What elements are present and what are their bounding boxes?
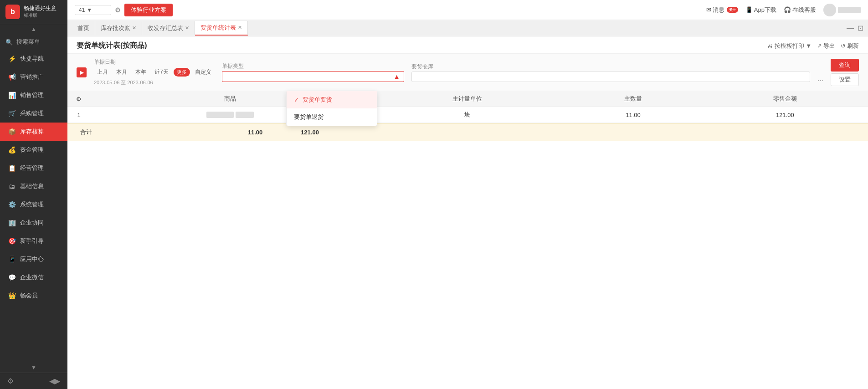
product-name-placeholder — [206, 112, 234, 118]
tab-home-label: 首页 — [77, 24, 89, 32]
tab-batch-close[interactable]: ✕ — [132, 25, 136, 31]
page-actions: 🖨 按模板打印 ▼ ↗ 导出 ↺ 刷新 — [767, 42, 859, 50]
export-btn[interactable]: ↗ 导出 — [817, 42, 835, 50]
type-input[interactable] — [226, 73, 394, 80]
sidebar-item-label: 应用中心 — [20, 255, 44, 263]
sidebar-item-operations[interactable]: 📋 经营管理 — [0, 159, 67, 177]
warehouse-label: 要货仓库 — [411, 63, 810, 71]
system-icon: ⚙️ — [7, 200, 16, 209]
sidebar-item-purchase[interactable]: 🛒 采购管理 — [0, 104, 67, 123]
tab-batch-label: 库存批次账 — [101, 24, 130, 32]
cell-quantity: 11.00 — [565, 107, 702, 123]
app-download-btn[interactable]: 📱 App下载 — [745, 6, 776, 14]
service-label: 在线客服 — [792, 6, 816, 14]
tab-batch-account[interactable]: 库存批次账 ✕ — [95, 21, 142, 35]
app-icon: 📱 — [745, 6, 753, 13]
service-btn[interactable]: 🎧 在线客服 — [784, 6, 816, 14]
sidebar-item-marketing[interactable]: 📢 营销推广 — [0, 68, 67, 86]
warehouse-input[interactable] — [416, 73, 806, 80]
total-amount: 121.00 — [282, 129, 337, 136]
sidebar-item-finance[interactable]: 💰 资金管理 — [0, 141, 67, 159]
dropdown-item-label: 要货单退货 — [294, 113, 324, 121]
dropdown-item-order-return[interactable]: 要货单退货 — [287, 108, 377, 126]
cell-amount: 121.00 — [702, 107, 868, 123]
filter-expand-btn[interactable]: ▶ — [77, 67, 87, 77]
sidebar-item-label: 采购管理 — [20, 109, 44, 118]
sidebar-item-system[interactable]: ⚙️ 系统管理 — [0, 195, 67, 214]
page-header: 要货单统计表(按商品) 🖨 按模板打印 ▼ ↗ 导出 ↺ 刷新 — [67, 36, 868, 54]
filter-date-group: 单据日期 上月 本月 本年 近7天 更多 自定义 2023-05-06 至 20… — [94, 58, 215, 86]
marketing-icon: 📢 — [7, 72, 16, 82]
sidebar-item-app-center[interactable]: 📱 应用中心 — [0, 250, 67, 268]
export-icon: ↗ — [817, 42, 822, 49]
total-label: 合计 — [73, 128, 173, 136]
header-row: ⚙ 商品 主计量单位 主数量 零售金额 — [67, 91, 868, 107]
user-avatar — [823, 4, 836, 16]
query-btn[interactable]: 查询 — [831, 59, 859, 72]
sidebar-item-quick-nav[interactable]: ⚡ 快捷导航 — [0, 50, 67, 68]
selector-chevron-icon: ▼ — [87, 7, 92, 13]
tab-minimize-icon[interactable]: — — [847, 24, 854, 32]
print-chevron-icon: ▼ — [806, 42, 812, 49]
type-chevron-up-icon[interactable]: ▲ — [394, 73, 400, 80]
app-version: 标准版 — [24, 12, 56, 19]
message-btn[interactable]: ✉ 消息 99+ — [706, 6, 738, 14]
guide-icon: 🎯 — [7, 236, 16, 246]
company-selector[interactable]: 41 ▼ — [75, 5, 111, 15]
tab-order-summary[interactable]: 要货单统计表 ✕ — [195, 21, 248, 36]
warehouse-input-container — [411, 72, 810, 82]
filter-more-icon[interactable]: ··· — [817, 77, 823, 85]
basic-info-icon: 🗂 — [7, 182, 16, 191]
user-menu[interactable] — [823, 4, 861, 16]
search-icon: 🔍 — [5, 39, 13, 46]
tab-order-label: 要货单统计表 — [200, 24, 236, 32]
sidebar-settings-btn[interactable]: ⚙ — [7, 377, 14, 385]
col-settings[interactable]: ⚙ — [67, 91, 90, 107]
topbar-right: ✉ 消息 99+ 📱 App下载 🎧 在线客服 — [706, 4, 861, 16]
date-btn-this-year[interactable]: 本年 — [132, 67, 149, 77]
sidebar-nav: ⚡ 快捷导航 📢 营销推广 📊 销售管理 🛒 采购管理 📦 库存核算 💰 资金管… — [0, 50, 67, 363]
date-label: 单据日期 — [94, 58, 215, 66]
industry-btn[interactable]: 体验行业方案 — [124, 4, 173, 16]
table-container: ⚙ 商品 主计量单位 主数量 零售金额 1 — [67, 91, 868, 123]
sidebar-item-basic-info[interactable]: 🗂 基础信息 — [0, 177, 67, 195]
logo-icon: b — [5, 5, 20, 19]
date-btn-more-tag[interactable]: 更多 — [174, 68, 190, 77]
dropdown-item-order-goods[interactable]: 要货单要货 — [287, 91, 377, 108]
tab-receive-summary[interactable]: 收发存汇总表 ✕ — [142, 21, 195, 35]
date-btn-custom[interactable]: 自定义 — [192, 67, 215, 77]
message-label: 消息 — [713, 6, 724, 14]
tab-home[interactable]: 首页 — [72, 21, 95, 35]
topbar-left: 41 ▼ ⚙ 体验行业方案 — [75, 4, 706, 16]
data-table: ⚙ 商品 主计量单位 主数量 零售金额 1 — [67, 91, 868, 123]
date-btn-this-month[interactable]: 本月 — [113, 67, 130, 77]
tab-maximize-icon[interactable]: ⊡ — [858, 24, 863, 32]
sidebar-item-enterprise[interactable]: 🏢 企业协同 — [0, 214, 67, 232]
sidebar-item-guide[interactable]: 🎯 新手引导 — [0, 232, 67, 250]
sidebar-item-label: 基础信息 — [20, 182, 44, 190]
settings-btn[interactable]: 设置 — [831, 73, 859, 86]
date-btn-recent-7[interactable]: 近7天 — [151, 67, 172, 77]
service-icon: 🎧 — [784, 6, 791, 13]
sidebar-collapse-btn[interactable]: ◀▶ — [49, 377, 60, 385]
sidebar-item-member[interactable]: 👑 畅会员 — [0, 287, 67, 305]
tab-order-close[interactable]: ✕ — [238, 25, 242, 31]
purchase-icon: 🛒 — [7, 109, 16, 118]
sidebar-item-inventory[interactable]: 📦 库存核算 — [0, 123, 67, 141]
refresh-btn[interactable]: ↺ 刷新 — [841, 42, 859, 50]
sidebar-item-sales[interactable]: 📊 销售管理 — [0, 86, 67, 104]
search-menu-item[interactable]: 🔍 搜索菜单 — [0, 34, 67, 50]
table-row: 1 块 11.00 121.00 — [67, 107, 868, 123]
product-code-placeholder — [236, 112, 254, 118]
date-btn-last-month[interactable]: 上月 — [94, 67, 111, 77]
filter-actions: 查询 设置 — [831, 59, 859, 86]
column-settings-icon[interactable]: ⚙ — [76, 96, 82, 102]
print-btn[interactable]: 🖨 按模板打印 ▼ — [767, 42, 812, 50]
tab-receive-close[interactable]: ✕ — [185, 25, 189, 31]
sidebar-item-label: 新手引导 — [20, 237, 44, 245]
sidebar-item-label: 企业微信 — [20, 273, 44, 282]
sidebar-item-wechat[interactable]: 💬 企业微信 — [0, 268, 67, 287]
sidebar-item-label: 经营管理 — [20, 164, 44, 172]
export-label: 导出 — [823, 42, 835, 50]
topbar-gear-icon[interactable]: ⚙ — [115, 6, 121, 14]
